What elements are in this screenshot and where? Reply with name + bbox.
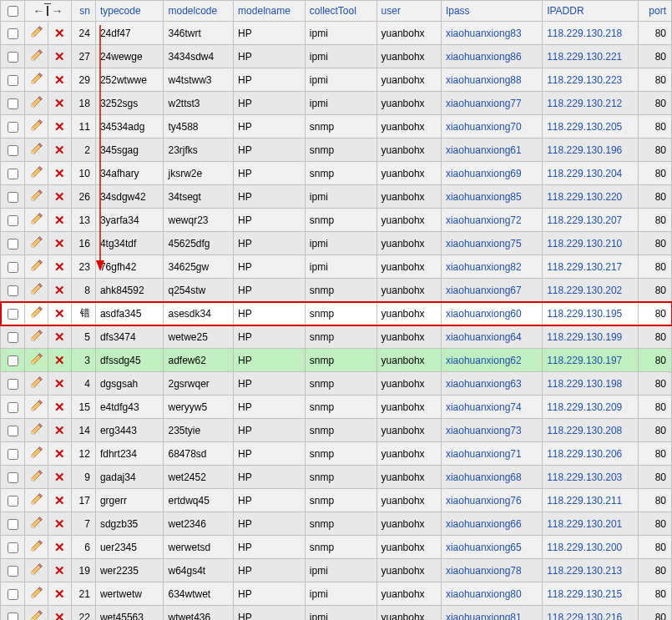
table-row[interactable]: ✕ 21 wertwetw 634wtwet HP ipmi yuanbohx … bbox=[1, 582, 672, 606]
edit-icon[interactable] bbox=[30, 142, 43, 155]
header-port[interactable]: port bbox=[639, 1, 672, 22]
cell-ipass[interactable]: xiaohuanxiong71 bbox=[441, 442, 542, 466]
row-checkbox[interactable] bbox=[8, 355, 18, 366]
cell-ipass[interactable]: xiaohuanxiong80 bbox=[441, 582, 542, 606]
delete-icon[interactable]: ✕ bbox=[54, 283, 65, 298]
edit-icon[interactable] bbox=[30, 25, 43, 38]
row-checkbox[interactable] bbox=[8, 519, 18, 530]
cell-ipaddr[interactable]: 118.229.130.205 bbox=[543, 115, 639, 139]
edit-icon[interactable] bbox=[30, 118, 43, 132]
cell-ipaddr[interactable]: 118.229.130.210 bbox=[543, 232, 639, 255]
table-row[interactable]: ✕ 10 34afhary jksrw2e HP snmp yuanbohx x… bbox=[1, 162, 672, 185]
row-checkbox[interactable] bbox=[8, 262, 18, 273]
row-checkbox[interactable] bbox=[8, 332, 18, 343]
edit-icon[interactable] bbox=[30, 516, 43, 529]
cell-ipaddr[interactable]: 118.229.130.213 bbox=[543, 559, 639, 582]
table-row[interactable]: ✕ 5 dfs3474 wetwe25 HP snmp yuanbohx xia… bbox=[1, 325, 672, 349]
edit-icon[interactable] bbox=[30, 562, 43, 576]
delete-icon[interactable]: ✕ bbox=[54, 26, 65, 41]
delete-icon[interactable]: ✕ bbox=[54, 517, 65, 532]
row-checkbox[interactable] bbox=[8, 472, 18, 483]
row-checkbox[interactable] bbox=[8, 98, 18, 109]
cell-ipass[interactable]: xiaohuanxiong69 bbox=[441, 162, 542, 185]
cell-ipass[interactable]: xiaohuanxiong82 bbox=[441, 255, 542, 279]
row-checkbox[interactable] bbox=[8, 192, 18, 203]
cell-ipaddr[interactable]: 118.229.130.196 bbox=[543, 139, 639, 162]
row-checkbox[interactable] bbox=[8, 145, 18, 156]
cell-ipass[interactable]: xiaohuanxiong76 bbox=[441, 489, 542, 512]
table-row[interactable]: ✕ 7 sdgzb35 wet2346 HP snmp yuanbohx xia… bbox=[1, 512, 672, 536]
edit-icon[interactable] bbox=[30, 48, 43, 62]
edit-icon[interactable] bbox=[30, 422, 43, 436]
edit-icon[interactable] bbox=[30, 352, 43, 365]
table-row[interactable]: ✕ 3 dfssdg45 adfew62 HP snmp yuanbohx xi… bbox=[1, 349, 672, 372]
cell-ipass[interactable]: xiaohuanxiong65 bbox=[441, 536, 542, 559]
table-row[interactable]: ✕ 15 e4tdfg43 weryyw5 HP snmp yuanbohx x… bbox=[1, 396, 672, 419]
edit-icon[interactable] bbox=[30, 282, 43, 295]
cell-ipass[interactable]: xiaohuanxiong70 bbox=[441, 115, 542, 139]
row-checkbox[interactable] bbox=[8, 309, 18, 320]
table-row[interactable]: ✕ 19 wer2235 w64gs4t HP ipmi yuanbohx xi… bbox=[1, 559, 672, 582]
delete-icon[interactable]: ✕ bbox=[54, 423, 65, 438]
cell-ipaddr[interactable]: 118.229.130.203 bbox=[543, 466, 639, 489]
cell-ipass[interactable]: xiaohuanxiong83 bbox=[441, 22, 542, 45]
row-checkbox[interactable] bbox=[8, 542, 18, 553]
delete-icon[interactable]: ✕ bbox=[54, 493, 65, 508]
table-row[interactable]: ✕ 26 34sdgw42 34tsegt HP ipmi yuanbohx x… bbox=[1, 185, 672, 209]
select-all-checkbox[interactable] bbox=[8, 6, 18, 17]
cell-ipaddr[interactable]: 118.229.130.195 bbox=[543, 302, 639, 325]
cell-ipass[interactable]: xiaohuanxiong63 bbox=[441, 372, 542, 396]
move-right-icon[interactable] bbox=[51, 4, 63, 18]
edit-icon[interactable] bbox=[30, 72, 43, 85]
delete-icon[interactable]: ✕ bbox=[54, 73, 65, 88]
delete-icon[interactable]: ✕ bbox=[54, 470, 65, 485]
table-row[interactable]: ✕ 9 gadaj34 wet2452 HP snmp yuanbohx xia… bbox=[1, 466, 672, 489]
row-checkbox[interactable] bbox=[8, 426, 18, 436]
cell-ipass[interactable]: xiaohuanxiong73 bbox=[441, 419, 542, 442]
delete-icon[interactable]: ✕ bbox=[54, 376, 65, 391]
edit-icon[interactable] bbox=[30, 446, 43, 459]
edit-icon[interactable] bbox=[30, 235, 43, 249]
delete-icon[interactable]: ✕ bbox=[54, 610, 65, 621]
row-checkbox[interactable] bbox=[8, 379, 18, 390]
row-checkbox[interactable] bbox=[8, 496, 18, 507]
cell-ipass[interactable]: xiaohuanxiong85 bbox=[441, 185, 542, 209]
delete-icon[interactable]: ✕ bbox=[54, 306, 65, 321]
row-checkbox[interactable] bbox=[8, 122, 18, 133]
header-ipaddr[interactable]: IPADDR bbox=[543, 1, 639, 22]
cell-ipass[interactable]: xiaohuanxiong68 bbox=[441, 466, 542, 489]
edit-icon[interactable] bbox=[30, 539, 43, 552]
delete-icon[interactable]: ✕ bbox=[54, 330, 65, 345]
table-row[interactable]: ✕ 23 76gfh42 34625gw HP ipmi yuanbohx xi… bbox=[1, 255, 672, 279]
table-row[interactable]: ✕ 11 34534adg ty4588 HP snmp yuanbohx xi… bbox=[1, 115, 672, 139]
cell-ipaddr[interactable]: 118.229.130.218 bbox=[543, 22, 639, 45]
edit-icon[interactable] bbox=[30, 609, 43, 620]
cell-ipaddr[interactable]: 118.229.130.200 bbox=[543, 536, 639, 559]
cell-ipaddr[interactable]: 118.229.130.199 bbox=[543, 325, 639, 349]
cell-ipaddr[interactable]: 118.229.130.217 bbox=[543, 255, 639, 279]
delete-icon[interactable]: ✕ bbox=[54, 446, 65, 461]
table-row[interactable]: ✕ 17 grgerr ertdwq45 HP snmp yuanbohx xi… bbox=[1, 489, 672, 512]
cell-ipaddr[interactable]: 118.229.130.208 bbox=[543, 419, 639, 442]
row-checkbox[interactable] bbox=[8, 612, 18, 620]
table-row[interactable]: ✕ 2 345sgag 23rjfks HP snmp yuanbohx xia… bbox=[1, 139, 672, 162]
edit-icon[interactable] bbox=[30, 469, 43, 482]
edit-icon[interactable] bbox=[30, 492, 43, 506]
delete-icon[interactable]: ✕ bbox=[54, 189, 65, 204]
row-checkbox[interactable] bbox=[8, 75, 18, 86]
header-modelname[interactable]: modelname bbox=[234, 1, 306, 22]
header-typecode[interactable]: typecode bbox=[95, 1, 164, 22]
row-checkbox[interactable] bbox=[8, 169, 18, 179]
header-sn[interactable]: sn bbox=[71, 1, 95, 22]
table-row[interactable]: ✕ 24 24df47 346twrt HP ipmi yuanbohx xia… bbox=[1, 22, 672, 45]
cell-ipass[interactable]: xiaohuanxiong64 bbox=[441, 325, 542, 349]
cell-ipass[interactable]: xiaohuanxiong67 bbox=[441, 279, 542, 302]
row-checkbox[interactable] bbox=[8, 285, 18, 296]
column-mover[interactable] bbox=[25, 1, 71, 22]
cell-ipaddr[interactable]: 118.229.130.209 bbox=[543, 396, 639, 419]
cell-ipass[interactable]: xiaohuanxiong88 bbox=[441, 68, 542, 92]
cell-ipaddr[interactable]: 118.229.130.201 bbox=[543, 512, 639, 536]
cell-ipass[interactable]: xiaohuanxiong61 bbox=[441, 139, 542, 162]
header-checkbox[interactable] bbox=[1, 1, 25, 22]
cell-ipaddr[interactable]: 118.229.130.212 bbox=[543, 92, 639, 115]
